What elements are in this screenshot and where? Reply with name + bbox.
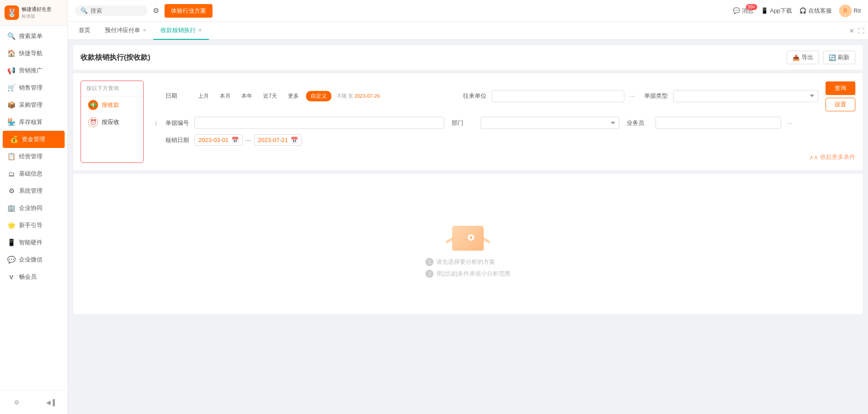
- salesperson-more-btn[interactable]: ···: [785, 118, 794, 128]
- search-menu-icon: 🔍: [7, 32, 15, 40]
- settings-bottom-btn[interactable]: ⚙: [9, 394, 25, 410]
- date-range-end[interactable]: 2023-07-21 📅: [254, 134, 302, 146]
- sidebar-item-label: 搜索菜单: [19, 32, 42, 40]
- topbar-left: 🔍 ⚙ 体验行业方案: [75, 4, 212, 18]
- sidebar-item-label: 基础信息: [19, 170, 42, 178]
- collapse-more-conditions-btn[interactable]: ∧∧ 收起更多条件: [165, 151, 855, 163]
- sales-icon: 🛒: [7, 84, 15, 92]
- doctype-select[interactable]: [673, 90, 818, 102]
- page-header: 收款核销执行(按收款) 📤 导出 🔄 刷新: [73, 45, 863, 70]
- tab-close-icon[interactable]: ×: [143, 27, 146, 33]
- date-filter-options: 上月 本月 本年 近7天 更多 自定义 不限 至 2023-07-26: [194, 91, 380, 101]
- member-icon: V: [7, 274, 15, 281]
- sidebar-item-system[interactable]: ⚙ 系统管理: [0, 182, 67, 200]
- search-input[interactable]: [90, 7, 136, 14]
- collapse-filter-btn[interactable]: 《: [149, 81, 160, 163]
- hint-num-2: 2: [425, 270, 434, 278]
- date-label: 日期: [165, 92, 191, 100]
- sidebar-item-wechat[interactable]: 💬 企业微信: [0, 251, 67, 268]
- message-badge: 99+: [746, 4, 757, 10]
- refresh-button[interactable]: 🔄 刷新: [823, 51, 855, 64]
- maximize-tab-btn[interactable]: ⛶: [858, 27, 864, 34]
- hint-num-1: 1: [425, 258, 434, 266]
- sidebar-item-guide[interactable]: 🌟 新手引导: [0, 217, 67, 234]
- custom-date-btn[interactable]: 自定义: [306, 91, 331, 101]
- filter-selector-title: 按以下方查询: [81, 85, 143, 96]
- sidebar-item-business[interactable]: 📋 经营管理: [0, 148, 67, 165]
- sidebar-item-label: 资金管理: [22, 135, 45, 143]
- tab-close-icon2[interactable]: ×: [198, 27, 202, 33]
- export-label: 导出: [802, 53, 813, 62]
- sidebar-item-label: 系统管理: [19, 187, 42, 195]
- salesperson-filter-field: 业务员 ···: [627, 117, 794, 129]
- system-icon: ⚙: [7, 187, 15, 195]
- user-menu[interactable]: R Rit: [839, 5, 861, 17]
- salesperson-input[interactable]: [656, 117, 782, 129]
- sidebar-item-label: 库存核算: [19, 118, 42, 126]
- counterpart-label: 往来单位: [463, 92, 488, 100]
- export-button[interactable]: 📤 导出: [787, 51, 819, 64]
- refresh-label: 刷新: [838, 53, 849, 62]
- last-month-btn[interactable]: 上月: [194, 91, 212, 101]
- date-range-start[interactable]: 2023-03-01 📅: [194, 134, 243, 146]
- filter-option-by-receipt[interactable]: 💵 按收款: [81, 96, 143, 114]
- sidebar-item-inventory[interactable]: 🏪 库存核算: [0, 114, 67, 131]
- sidebar-item-member[interactable]: V 畅会员: [0, 268, 67, 286]
- date-range-picker: 2023-03-01 📅 — 2023-07-21 📅: [194, 134, 302, 146]
- sidebar-item-hardware[interactable]: 📱 智能硬件: [0, 234, 67, 251]
- sidebar-item-finance[interactable]: 💰 资金管理: [3, 131, 65, 148]
- industry-solution-button[interactable]: 体验行业方案: [165, 4, 212, 18]
- tab-home[interactable]: 首页: [71, 22, 98, 40]
- finance-icon: 💰: [10, 135, 18, 143]
- counterpart-input[interactable]: [492, 90, 624, 102]
- filter-option-by-receivable[interactable]: ⏰ 按应收: [81, 114, 143, 131]
- verification-date-label: 核销日期: [165, 136, 191, 144]
- tab-verification[interactable]: 收款核销执行 ×: [153, 22, 209, 40]
- app-download-btn[interactable]: 📱 App下载: [761, 7, 792, 15]
- hint-text-1: 请先选择要分析的方案: [436, 258, 495, 266]
- sidebar-item-label: 智能硬件: [19, 238, 42, 247]
- marketing-icon: 📢: [7, 67, 15, 75]
- more-date-btn[interactable]: 更多: [284, 91, 302, 101]
- message-btn[interactable]: 💬 消息 99+: [733, 7, 754, 15]
- sidebar-item-marketing[interactable]: 📢 营销推广: [0, 62, 67, 79]
- sidebar-item-label: 新手引导: [19, 221, 42, 229]
- export-icon: 📤: [793, 54, 800, 61]
- sidebar-item-sales[interactable]: 🛒 销售管理: [0, 79, 67, 96]
- this-year-btn[interactable]: 本年: [238, 91, 256, 101]
- sidebar: 🐰 畅捷通好生意 标准版 🔍 搜索菜单 🏠 快捷导航 📢 营销推广 🛒 销售管理…: [0, 0, 68, 414]
- close-tab-btn[interactable]: ✕: [849, 27, 854, 34]
- refresh-icon: 🔄: [829, 54, 836, 61]
- dept-select[interactable]: [481, 117, 619, 129]
- sidebar-item-search[interactable]: 🔍 搜索菜单: [0, 28, 67, 45]
- sidebar-bottom: ⚙ ◀▐: [0, 390, 67, 414]
- sidebar-item-purchase[interactable]: 📦 采购管理: [0, 96, 67, 114]
- this-month-btn[interactable]: 本月: [216, 91, 234, 101]
- sidebar-item-enterprise[interactable]: 🏢 企业协同: [0, 200, 67, 217]
- filter-row-1: 日期 上月 本月 本年 近7天 更多 自定义 不限 至: [165, 81, 855, 111]
- counterpart-more-btn[interactable]: ···: [628, 90, 637, 101]
- empty-hint-2: 2 用[过滤]条件来缩小分析范围: [425, 270, 510, 278]
- sidebar-item-label: 销售管理: [19, 84, 42, 92]
- hardware-icon: 📱: [7, 238, 15, 247]
- settings-button[interactable]: 设置: [826, 98, 855, 111]
- sidebar-item-base[interactable]: 🗂 基础信息: [0, 165, 67, 182]
- query-button[interactable]: 查询: [826, 81, 855, 95]
- dept-filter-field: 部门: [452, 117, 619, 129]
- sidebar-item-label: 企业协同: [19, 204, 42, 212]
- calendar-icon-end: 📅: [291, 137, 298, 143]
- doctype-label: 单据类型: [644, 92, 670, 100]
- app-icon: 📱: [761, 7, 768, 14]
- collapse-sidebar-btn[interactable]: ◀▐: [42, 394, 59, 410]
- date-end-value: 2023-07-21: [258, 137, 288, 143]
- sidebar-nav: 🔍 搜索菜单 🏠 快捷导航 📢 营销推广 🛒 销售管理 📦 采购管理 🏪 库存核…: [0, 26, 67, 390]
- sidebar-item-quicknav[interactable]: 🏠 快捷导航: [0, 45, 67, 62]
- online-service-btn[interactable]: 🎧 在线客服: [799, 7, 832, 15]
- empty-state-container: 1 请先选择要分析的方案 2 用[过滤]条件来缩小分析范围: [73, 174, 863, 314]
- topbar-search-box[interactable]: 🔍: [75, 5, 147, 16]
- tab-prepayment[interactable]: 预付冲应付单 ×: [98, 22, 153, 40]
- gear-icon[interactable]: ⚙: [153, 6, 159, 15]
- docno-input[interactable]: [194, 117, 444, 129]
- base-icon: 🗂: [7, 170, 15, 178]
- last-7-days-btn[interactable]: 近7天: [259, 91, 281, 101]
